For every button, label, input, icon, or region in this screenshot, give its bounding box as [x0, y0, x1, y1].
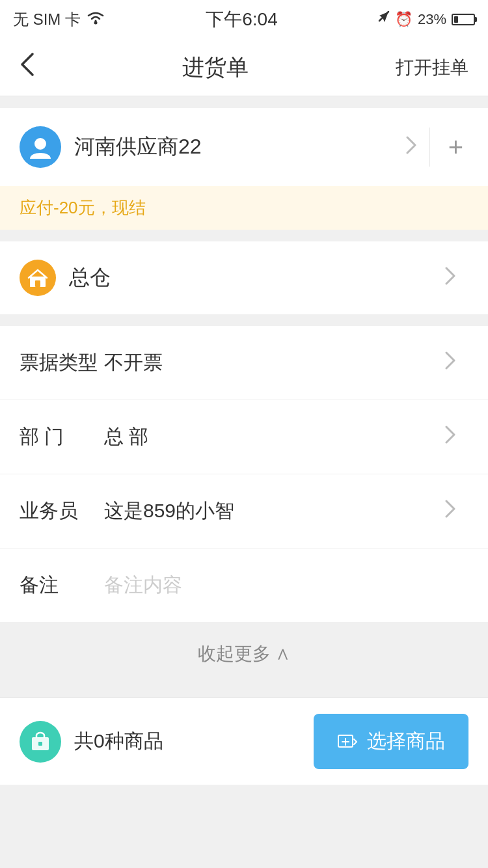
gap-2	[0, 230, 488, 241]
warehouse-name: 总仓	[69, 264, 445, 292]
wifi-icon	[86, 10, 105, 29]
salesperson-value: 这是859的小智	[104, 498, 445, 524]
invoice-type-label: 票据类型	[20, 349, 104, 376]
gap-1	[0, 96, 488, 108]
salesperson-label: 业务员	[20, 498, 104, 524]
svg-rect-3	[35, 280, 40, 287]
department-value: 总 部	[104, 424, 445, 450]
gap-3	[0, 314, 488, 326]
department-label: 部 门	[20, 424, 104, 450]
remark-input[interactable]: 备注内容	[104, 572, 468, 599]
remark-label: 备注	[20, 572, 104, 599]
salesperson-chevron-icon	[445, 500, 455, 522]
location-icon	[378, 10, 390, 29]
remark-row[interactable]: 备注 备注内容	[0, 548, 488, 622]
invoice-type-chevron-icon	[445, 351, 455, 374]
svg-point-1	[34, 138, 46, 150]
add-supplier-button[interactable]: +	[429, 128, 468, 167]
gap-4	[0, 686, 488, 698]
svg-rect-5	[38, 742, 42, 746]
alarm-icon: ⏰	[395, 11, 413, 28]
invoice-type-row[interactable]: 票据类型 不开票	[0, 326, 488, 400]
select-product-label: 选择商品	[367, 728, 445, 755]
supplier-chevron-icon	[406, 136, 416, 159]
warehouse-icon	[20, 260, 56, 296]
supplier-row[interactable]: 河南供应商22 +	[0, 108, 488, 186]
page-title: 进货单	[182, 53, 249, 83]
product-bar: 共0种商品 选择商品	[0, 698, 488, 785]
product-count: 共0种商品	[74, 728, 314, 755]
battery-icon	[452, 14, 475, 25]
carrier-label: 无 SIM 卡	[13, 9, 81, 30]
product-icon	[20, 721, 61, 763]
status-time: 下午6:04	[206, 7, 278, 32]
warehouse-section[interactable]: 总仓	[0, 241, 488, 314]
salesperson-row[interactable]: 业务员 这是859的小智	[0, 474, 488, 548]
warehouse-row[interactable]: 总仓	[0, 241, 488, 314]
department-row[interactable]: 部 门 总 部	[0, 400, 488, 474]
battery-percent: 23%	[418, 11, 446, 28]
supplier-name: 河南供应商22	[74, 133, 406, 161]
nav-bar: 进货单 打开挂单	[0, 39, 488, 96]
status-left: 无 SIM 卡	[13, 9, 105, 30]
status-right: ⏰ 23%	[378, 10, 475, 29]
svg-point-0	[94, 21, 98, 25]
status-bar: 无 SIM 卡 下午6:04 ⏰ 23%	[0, 0, 488, 39]
select-product-button[interactable]: 选择商品	[314, 714, 468, 769]
form-section: 票据类型 不开票 部 门 总 部 业务员 这是859的小智 备注 备注内容	[0, 326, 488, 622]
main-background	[0, 785, 488, 868]
collapse-label: 收起更多 ∧	[198, 644, 291, 664]
supplier-section: 河南供应商22 + 应付-20元，现结	[0, 108, 488, 230]
back-button[interactable]	[20, 51, 35, 83]
collapse-row[interactable]: 收起更多 ∧	[0, 622, 488, 686]
department-chevron-icon	[445, 426, 455, 448]
open-pending-button[interactable]: 打开挂单	[396, 55, 468, 80]
invoice-type-value: 不开票	[104, 349, 445, 376]
warehouse-chevron-icon	[445, 267, 455, 290]
notice-text: 应付-20元，现结	[20, 198, 146, 217]
supplier-avatar	[20, 126, 61, 168]
notice-bar: 应付-20元，现结	[0, 186, 488, 230]
